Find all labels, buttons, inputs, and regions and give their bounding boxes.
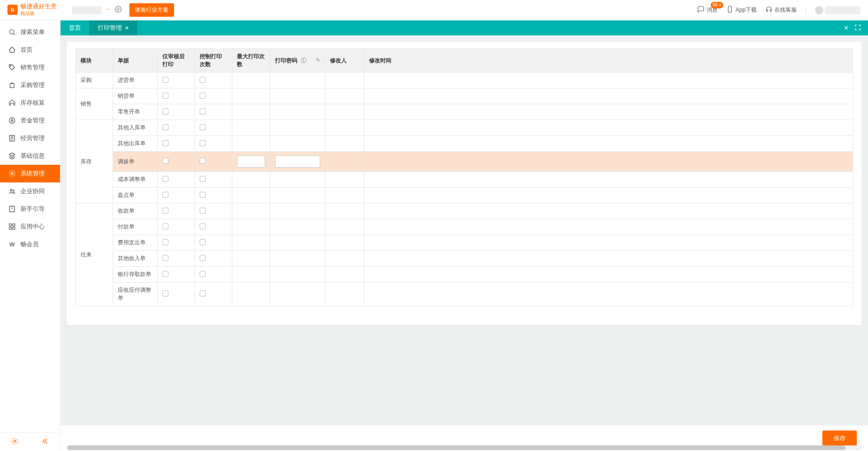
sidebar-item-9[interactable]: 企业协同 bbox=[0, 182, 60, 200]
app-download-link[interactable]: App下载 bbox=[726, 6, 756, 14]
horizontal-scrollbar[interactable] bbox=[67, 445, 861, 450]
checkbox[interactable] bbox=[162, 239, 168, 245]
company-selector[interactable]: hidden ﹀ bbox=[72, 6, 111, 14]
save-button[interactable]: 保存 bbox=[822, 431, 857, 446]
svg-rect-16 bbox=[13, 224, 15, 226]
industry-cta-button[interactable]: 体验行业方案 bbox=[129, 3, 174, 17]
password-cell[interactable] bbox=[270, 136, 325, 152]
max-count-cell[interactable] bbox=[232, 219, 270, 235]
max-count-cell[interactable] bbox=[232, 203, 270, 219]
phone-icon bbox=[726, 6, 733, 14]
password-cell[interactable] bbox=[270, 73, 325, 88]
checkbox[interactable] bbox=[200, 140, 206, 146]
max-count-cell[interactable] bbox=[232, 188, 270, 203]
password-cell[interactable] bbox=[270, 188, 325, 203]
password-cell[interactable] bbox=[270, 120, 325, 136]
sidebar-item-6[interactable]: 经营管理 bbox=[0, 129, 60, 147]
password-cell[interactable] bbox=[270, 219, 325, 235]
max-count-cell[interactable] bbox=[232, 235, 270, 251]
svg-point-5 bbox=[10, 66, 11, 66]
sidebar-collapse-button[interactable] bbox=[30, 433, 61, 451]
vip-icon bbox=[8, 241, 16, 248]
max-count-cell[interactable] bbox=[232, 136, 270, 152]
help-icon[interactable]: ⓘ bbox=[301, 57, 306, 64]
max-count-cell[interactable] bbox=[232, 251, 270, 267]
doc-cell: 银行存取款单 bbox=[113, 267, 158, 283]
messages-link[interactable]: 消息 99 + bbox=[697, 6, 718, 14]
sidebar-item-label: 销售管理 bbox=[20, 63, 45, 72]
sidebar-item-0[interactable]: 搜索菜单 bbox=[0, 23, 60, 41]
max-count-cell[interactable] bbox=[232, 104, 270, 120]
max-count-cell[interactable] bbox=[232, 120, 270, 136]
checkbox[interactable] bbox=[200, 77, 206, 83]
edit-column-icon[interactable]: ✎ bbox=[316, 57, 320, 63]
checkbox[interactable] bbox=[162, 77, 168, 83]
tab-close-all-icon[interactable]: ✕ bbox=[844, 25, 848, 31]
fullscreen-icon[interactable] bbox=[854, 24, 861, 33]
checkbox[interactable] bbox=[162, 140, 168, 146]
max-count-cell[interactable] bbox=[232, 88, 270, 104]
checkbox[interactable] bbox=[200, 290, 206, 296]
password-cell[interactable] bbox=[270, 88, 325, 104]
checkbox[interactable] bbox=[162, 271, 168, 277]
sidebar-item-12[interactable]: 畅会员 bbox=[0, 236, 60, 253]
max-count-cell[interactable] bbox=[232, 283, 270, 306]
max-count-input[interactable] bbox=[237, 155, 265, 168]
checkbox[interactable] bbox=[162, 176, 168, 182]
checkbox[interactable] bbox=[162, 255, 168, 261]
checkbox[interactable] bbox=[162, 93, 168, 99]
sidebar-item-1[interactable]: 首页 bbox=[0, 41, 60, 59]
sidebar-item-8[interactable]: 系统管理 bbox=[0, 165, 60, 182]
password-input[interactable] bbox=[275, 155, 320, 168]
sidebar-item-7[interactable]: 基础信息 bbox=[0, 147, 60, 165]
sidebar-item-2[interactable]: 销售管理 bbox=[0, 59, 60, 76]
sidebar-item-5[interactable]: 资金管理 bbox=[0, 112, 60, 129]
password-cell[interactable] bbox=[270, 203, 325, 219]
sidebar-item-4[interactable]: 库存核算 bbox=[0, 94, 60, 112]
tab-close-icon[interactable]: ✕ bbox=[125, 25, 129, 31]
password-cell[interactable] bbox=[270, 152, 325, 172]
user-menu[interactable]: hidden bbox=[815, 6, 861, 14]
password-cell[interactable] bbox=[270, 235, 325, 251]
max-count-cell[interactable] bbox=[232, 73, 270, 88]
checkbox[interactable] bbox=[200, 93, 206, 99]
max-count-cell[interactable] bbox=[232, 172, 270, 188]
checkbox[interactable] bbox=[162, 192, 168, 198]
password-cell[interactable] bbox=[270, 283, 325, 306]
doc-cell: 收款单 bbox=[113, 203, 158, 219]
checkbox[interactable] bbox=[162, 124, 168, 130]
online-service-link[interactable]: 在线客服 bbox=[765, 6, 797, 14]
checkbox[interactable] bbox=[162, 223, 168, 229]
password-cell[interactable] bbox=[270, 267, 325, 283]
checkbox[interactable] bbox=[200, 176, 206, 182]
checkbox[interactable] bbox=[162, 108, 168, 114]
checkbox[interactable] bbox=[200, 239, 206, 245]
tab-0[interactable]: 首页 bbox=[61, 20, 89, 35]
checkbox[interactable] bbox=[162, 208, 168, 214]
sidebar: 搜索菜单首页销售管理采购管理库存核算资金管理经营管理基础信息系统管理企业协同新手… bbox=[0, 20, 61, 451]
service-label: 在线客服 bbox=[774, 6, 797, 14]
checkbox[interactable] bbox=[200, 223, 206, 229]
checkbox[interactable] bbox=[200, 108, 206, 114]
max-count-cell[interactable] bbox=[232, 152, 270, 172]
settings-icon[interactable] bbox=[114, 6, 122, 14]
max-count-cell[interactable] bbox=[232, 267, 270, 283]
sidebar-item-11[interactable]: 应用中心 bbox=[0, 218, 60, 236]
checkbox[interactable] bbox=[200, 158, 206, 164]
tab-1[interactable]: 打印管理✕ bbox=[89, 20, 137, 35]
sidebar-settings-button[interactable] bbox=[0, 433, 30, 451]
checkbox[interactable] bbox=[200, 255, 206, 261]
checkbox[interactable] bbox=[200, 192, 206, 198]
checkbox[interactable] bbox=[200, 124, 206, 130]
password-cell[interactable] bbox=[270, 104, 325, 120]
checkbox[interactable] bbox=[162, 290, 168, 296]
checkbox[interactable] bbox=[200, 208, 206, 214]
sidebar-item-3[interactable]: 采购管理 bbox=[0, 76, 60, 94]
modify-time-cell bbox=[364, 88, 853, 104]
checkbox[interactable] bbox=[162, 158, 168, 164]
logo: b 畅捷通好生意 精品版 bbox=[7, 3, 68, 16]
sidebar-item-10[interactable]: 新手引导 bbox=[0, 200, 60, 218]
checkbox[interactable] bbox=[200, 271, 206, 277]
password-cell[interactable] bbox=[270, 251, 325, 267]
password-cell[interactable] bbox=[270, 172, 325, 188]
